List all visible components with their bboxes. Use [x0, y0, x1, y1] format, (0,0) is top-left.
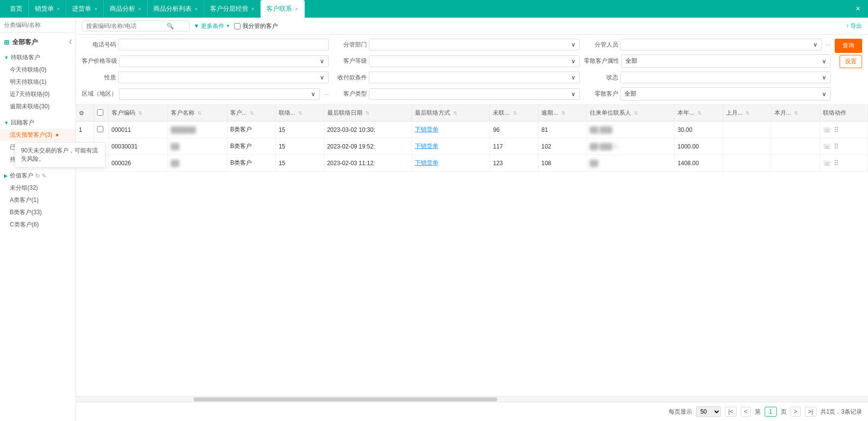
first-page-button[interactable]: |< — [725, 407, 737, 417]
col-header-code[interactable]: 客户编码 ⇅ — [108, 105, 168, 122]
action-phone-icon-1[interactable]: ☏ — [823, 126, 832, 134]
sidebar-group-value-label[interactable]: ▶ 价值客户 ↻ ✎ — [0, 170, 75, 182]
sidebar-search-input[interactable] — [4, 22, 76, 28]
col-header-last-date[interactable]: 最后联络日期 ⇅ — [324, 105, 411, 122]
dept-select[interactable]: ∨ — [369, 39, 579, 50]
filter-row-3: 性质 ∨ 收付款条件 ∨ — [82, 72, 831, 83]
scrollbar-thumb[interactable] — [193, 397, 497, 401]
grade-select[interactable]: ∨ — [369, 55, 579, 67]
tab-purchase-order[interactable]: 进货单 × — [66, 0, 103, 18]
region-select[interactable]: ∨ — [119, 88, 320, 100]
sidebar-group-pending: ▼ 待联络客户 今天待联络(0) 明天待联络(1) 近7天待联络(0) 逾期未联… — [0, 50, 75, 115]
sidebar-item-overdue-contact[interactable]: 逾期未联络(30) — [0, 100, 75, 113]
col-header-name[interactable]: 客户名称 ⇅ — [168, 105, 227, 122]
tab-sales-order[interactable]: 销货单 × — [29, 0, 66, 18]
person-select[interactable]: ∨ — [620, 39, 822, 50]
person-dots[interactable]: ··· — [826, 41, 831, 48]
scatter-select[interactable]: 全部 ∨ — [620, 87, 831, 100]
sidebar-item-class-c[interactable]: C类客户(6) — [0, 219, 75, 231]
sort-icon-no-contact: ⇅ — [513, 110, 517, 116]
sidebar-item-churn-warning[interactable]: 流失预警客户(3) ● — [0, 129, 75, 141]
col-header-last-month[interactable]: 上月... ⇅ — [723, 105, 772, 122]
tab-customer-contact[interactable]: 客户联系 × — [261, 0, 304, 18]
tab-close-contact[interactable]: × — [295, 6, 298, 12]
scatter-attr-select[interactable]: 全部 ∨ — [621, 54, 831, 68]
col-gear[interactable]: ⚙ — [76, 105, 94, 122]
window-close-button[interactable]: × — [852, 4, 864, 13]
scatter-attr-label: 零散客户属性 — [584, 57, 619, 65]
action-menu-icon-1[interactable]: ⠿ — [834, 126, 839, 134]
row-checkbox-1[interactable] — [97, 126, 103, 132]
col-header-overdue[interactable]: 逾期... ⇅ — [538, 105, 587, 122]
per-page-select[interactable]: 50 100 200 — [696, 406, 721, 417]
sidebar-item-7days-contact[interactable]: 近7天待联络(0) — [0, 88, 75, 100]
price-level-select[interactable]: ∨ — [119, 55, 329, 67]
phone-input[interactable] — [118, 39, 329, 50]
sidebar-item-tomorrow-contact[interactable]: 明天待联络(1) — [0, 76, 75, 88]
col-header-contact[interactable]: 联络... ⇅ — [275, 105, 324, 122]
action-phone-icon-3[interactable]: ☏ — [823, 159, 832, 167]
action-phone-icon-2[interactable]: ☏ — [823, 143, 832, 150]
type-select[interactable]: ∨ — [369, 88, 579, 100]
horizontal-scrollbar[interactable] — [76, 396, 868, 402]
refresh-icon[interactable]: ↻ — [35, 173, 40, 179]
col-header-this-month[interactable]: 本月... ⇅ — [771, 105, 820, 122]
search-icon[interactable]: 🔍 — [167, 23, 174, 29]
settings-icon[interactable]: ⚙ — [79, 110, 84, 117]
region-dots[interactable]: ··· — [324, 91, 329, 98]
prev-page-button[interactable]: < — [741, 407, 751, 417]
edit-icon[interactable]: ✎ — [42, 173, 47, 179]
cell-contact-1: 15 — [275, 122, 324, 138]
more-conditions-button[interactable]: ▼ 更多条件 ▼ — [193, 22, 230, 30]
tab-product-analysis[interactable]: 商品分析 × — [104, 0, 147, 18]
cell-action-2: ☏ ⠿ — [820, 138, 868, 155]
action-menu-icon-2[interactable]: ⠿ — [834, 143, 839, 150]
col-header-last-method[interactable]: 最后联络方式 ⇅ — [411, 105, 490, 122]
cell-method-3[interactable]: 下销货单 — [411, 155, 490, 172]
question-icon[interactable]: ● — [55, 131, 59, 138]
cell-checkbox-1[interactable] — [94, 122, 108, 138]
payment-select[interactable]: ∨ — [369, 72, 579, 83]
tab-close-purchase[interactable]: × — [94, 6, 97, 12]
my-customers-checkbox[interactable]: 我分管的客户 — [234, 22, 278, 30]
tab-close-product-list[interactable]: × — [194, 6, 197, 12]
tab-close-sales[interactable]: × — [57, 6, 60, 12]
col-checkbox[interactable] — [94, 105, 108, 122]
sidebar-item-class-a[interactable]: A类客户(1) — [0, 194, 75, 206]
col-header-type[interactable]: 客户... ⇅ — [227, 105, 276, 122]
col-header-no-contact[interactable]: 未联... ⇅ — [490, 105, 538, 122]
sidebar-item-class-b[interactable]: B类客户(33) — [0, 206, 75, 219]
chevron-down-icon-person: ∨ — [813, 41, 818, 48]
status-select[interactable]: ∨ — [620, 72, 831, 83]
sidebar-item-ungrouped[interactable]: 未分组(32) — [0, 182, 75, 194]
tab-customer-segment[interactable]: 客户分层经营 × — [204, 0, 261, 18]
tab-close-segment[interactable]: × — [251, 6, 254, 12]
action-menu-icon-3[interactable]: ⠿ — [834, 159, 839, 167]
query-button[interactable]: 查询 — [835, 39, 862, 53]
filter-field-status: 状态 ∨ — [584, 72, 831, 83]
settings-button[interactable]: 设置 — [840, 55, 862, 68]
col-header-year[interactable]: 本年... ⇅ — [675, 105, 723, 122]
select-all-checkbox[interactable] — [97, 109, 103, 116]
cell-name-2: ██ — [168, 138, 227, 155]
tab-product-analysis-list[interactable]: 商品分析列表 × — [147, 0, 204, 18]
sidebar-collapse-icon[interactable]: 《 — [67, 39, 72, 46]
sidebar-group-review-label[interactable]: ▼ 回顾客户 — [0, 117, 75, 129]
last-page-button[interactable]: >| — [805, 407, 817, 417]
nature-select[interactable]: ∨ — [118, 72, 329, 83]
churn-tooltip: 90天未交易的客户，可能有流失风险。 — [15, 142, 76, 168]
cell-method-1[interactable]: 下销货单 — [411, 122, 490, 138]
sidebar-group-pending-label[interactable]: ▼ 待联络客户 — [0, 51, 75, 64]
arrow-down-icon: ▼ — [4, 55, 9, 60]
scatter-label: 零散客户 — [584, 90, 618, 98]
export-button[interactable]: ↑ 导出 — [846, 22, 862, 30]
next-page-button[interactable]: > — [791, 407, 801, 417]
tab-home[interactable]: 首页 — [4, 0, 29, 18]
sidebar-root-all-customers[interactable]: ⊞ 全部客户 《 — [0, 35, 75, 50]
col-header-contact-person[interactable]: 往来单位联系人 ⇅ — [587, 105, 675, 122]
cell-method-2[interactable]: 下销货单 — [411, 138, 490, 155]
search-input[interactable] — [86, 23, 165, 29]
tab-close-product-analysis[interactable]: × — [138, 6, 141, 12]
my-customers-check[interactable] — [234, 23, 241, 29]
sidebar-item-today-contact[interactable]: 今天待联络(0) — [0, 64, 75, 76]
